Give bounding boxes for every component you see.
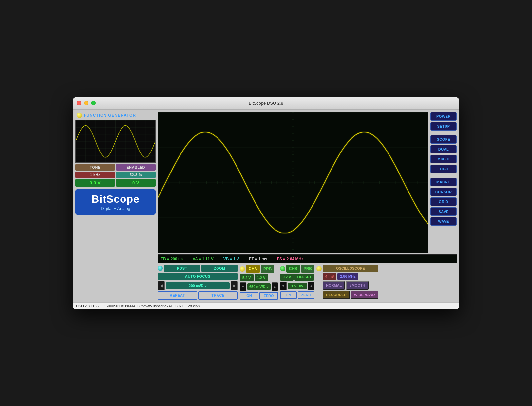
chb-div-dec-button[interactable]: ▼ [280,282,287,290]
scope-button[interactable]: SCOPE [430,135,457,144]
timebase-indicator [158,266,163,271]
va-status: VA = 1.11 V [193,257,214,261]
mini-scope-display [75,120,156,163]
osc-freq-row: 4 mS 2.86 MHz [323,273,378,280]
macro-button[interactable]: MACRO [430,178,457,186]
cha-indicator [240,266,245,272]
scope-with-buttons: POWER SETUP SCOPE DUAL MIXED LOGIC MACRO… [158,112,457,253]
chb-div-value: 1 V/Div [288,283,307,289]
main-window: BitScope DSO 2.8 FUNCTION GENERATOR TONE… [73,97,459,309]
left-panel: FUNCTION GENERATOR TONE ENABLED 1 kHz 52… [75,112,156,300]
function-gen-title: FUNCTION GENERATOR [84,113,136,118]
duty-button[interactable]: 52.8 % [116,172,156,178]
scope-display [158,112,428,253]
osc-smooth-button[interactable]: SMOOTH [346,281,368,290]
chb-prb-button[interactable]: PRB [301,265,314,273]
osc-wideband-button[interactable]: WIDE BAND [351,291,378,299]
close-button[interactable] [77,101,81,105]
vb-status: VB = 1 V [223,257,239,261]
enabled-button[interactable]: ENABLED [116,164,156,171]
freq-button[interactable]: 1 kHz [75,172,115,178]
timebase-inc-button[interactable]: ▶ [231,281,238,290]
cha-onzero-row: ON ZERO [240,292,278,300]
osc-extra-row: RECORDER WIDE BAND [323,291,378,299]
tone-button[interactable]: TONE [75,164,115,171]
timebase-value: 200 us/Div [166,282,230,289]
trace-button[interactable]: TRACE [198,291,238,300]
cha-val2: 1.2 V [255,274,268,281]
osc-title: OSCILLOSCOPE [323,265,378,272]
repeat-button[interactable]: REPEAT [158,291,197,300]
cha-div-row: ▼ 650 mV/Div ▲ [240,282,278,291]
center-area: POWER SETUP SCOPE DUAL MIXED LOGIC MACRO… [158,112,457,300]
repeat-trace-row: REPEAT TRACE [158,291,238,300]
minimize-button[interactable] [84,101,88,105]
timebase-row: ◀ 200 us/Div ▶ [158,281,238,290]
chb-indicator [280,266,285,271]
titlebar: BitScope DSO 2.8 [73,97,459,110]
chb-zero-button[interactable]: ZERO [298,291,314,299]
dual-button[interactable]: DUAL [430,145,457,153]
tb-status: TB = 200 us [161,257,183,261]
cha-button[interactable]: CHA [246,265,260,273]
scope-canvas-container [158,112,428,253]
bottom-controls: POST ZOOM AUTO FOCUS ◀ 200 us/Div ▶ REPE… [158,265,457,300]
function-gen-header: FUNCTION GENERATOR [75,112,156,119]
function-gen-indicator [77,113,82,118]
voltage-button[interactable]: 3.3 V [75,179,115,187]
cha-values-row: 5.2 V 1.2 V [240,274,278,281]
post-zoom-row: POST ZOOM [158,265,238,272]
osc-normal-button[interactable]: NORMAL [323,281,345,290]
maximize-button[interactable] [91,101,96,105]
chb-button[interactable]: CHB [286,265,300,273]
chb-offset: OFFSET [294,274,314,281]
right-buttons: POWER SETUP SCOPE DUAL MIXED LOGIC MACRO… [430,112,457,253]
chb-div-row: ▼ 1 V/Div ▲ [280,282,314,290]
timebase-dec-button[interactable]: ◀ [158,281,165,290]
chb-onzero-row: ON ZERO [280,291,314,299]
offset-button[interactable]: 0 V [116,179,156,187]
bitscope-logo: BitScope Digital + Analog [75,189,156,215]
osc-time-value: 4 mS [323,273,336,280]
cha-div-inc-button[interactable]: ▲ [272,282,278,291]
chb-div-inc-button[interactable]: ▲ [308,282,314,290]
logo-main-text: BitScope [81,193,150,205]
window-title: BitScope DSO 2.8 [249,101,283,106]
chb-on-button[interactable]: ON [280,291,297,299]
cha-zero-button[interactable]: ZERO [259,292,278,300]
logo-sub-text: Digital + Analog [81,206,150,211]
app-body: FUNCTION GENERATOR TONE ENABLED 1 kHz 52… [73,110,459,302]
controls-grid: TONE ENABLED 1 kHz 52.8 % 3.3 V 0 V [75,164,156,187]
osc-freq-value: 2.86 MHz [337,273,358,280]
cha-on-button[interactable]: ON [240,292,258,300]
channel-a-controls: CHA PRB 5.2 V 1.2 V ▼ 650 mV/Div ▲ ON [240,265,278,300]
setup-button[interactable]: SETUP [430,122,457,131]
osc-mode-row: NORMAL SMOOTH [323,281,378,290]
fs-status: FS = 2.64 MHz [277,257,303,261]
cursor-button[interactable]: CURSOR [430,188,457,196]
scope-waveform-canvas [158,112,428,253]
logic-button[interactable]: LOGIC [430,165,457,173]
statusbar-text: DSO 2.8 FE22G BS000501 KU96MA03 /dev/tty… [76,304,200,308]
osc-panel-container: OSCILLOSCOPE 4 mS 2.86 MHz NORMAL SMOOTH… [316,265,378,300]
zoom-button[interactable]: ZOOM [201,265,238,272]
chb-val1: 9.2 V [280,274,294,281]
chb-header-row: CHB PRB [280,265,314,273]
auto-focus-button[interactable]: AUTO FOCUS [158,273,238,280]
ft-status: FT = 1 ms [249,257,267,261]
cha-div-value: 650 mV/Div [247,283,271,290]
cha-prb-button[interactable]: PRB [261,265,274,273]
app-statusbar: DSO 2.8 FE22G BS000501 KU96MA03 /dev/tty… [73,302,459,309]
grid-button[interactable]: GRID [430,197,457,206]
post-button[interactable]: POST [164,265,200,272]
save-button[interactable]: SAVE [430,207,457,216]
channel-b-controls: CHB PRB 9.2 V OFFSET ▼ 1 V/Div ▲ ON ZE [280,265,314,300]
mixed-button[interactable]: MIXED [430,155,457,163]
wave-button[interactable]: WAVE [430,217,457,226]
chb-values-row: 9.2 V OFFSET [280,274,314,281]
osc-recorder-button[interactable]: RECORDER [323,291,350,299]
cha-div-dec-button[interactable]: ▼ [240,282,246,291]
cha-header-row: CHA PRB [240,265,278,273]
power-button[interactable]: POWER [430,112,457,121]
osc-panel: OSCILLOSCOPE 4 mS 2.86 MHz NORMAL SMOOTH… [323,265,378,300]
